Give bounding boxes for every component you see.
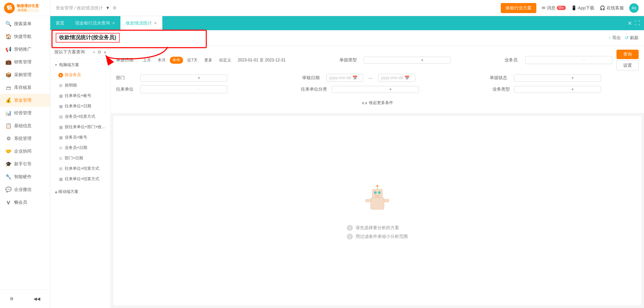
- sales-icon: 💼: [5, 59, 11, 65]
- collapse-panel-btn[interactable]: «: [104, 49, 106, 55]
- chevron-down-icon: ▼: [571, 88, 598, 91]
- scheme-settings-btn[interactable]: ⚙: [97, 49, 102, 55]
- breadcrumb: 资金管理 / 收款情况统计: [56, 5, 103, 11]
- doc-type-select[interactable]: ▼: [364, 57, 451, 64]
- mobile-section-title[interactable]: ▶ 移动端方案: [50, 187, 110, 197]
- scheme-item-partner-settle2[interactable]: ▦ 往来单位+结算方式: [50, 174, 110, 184]
- date-label: 单据日期: [116, 57, 136, 63]
- online-service-btn[interactable]: 🎧 在线客服: [600, 5, 624, 11]
- date-tab-more[interactable]: 更多: [202, 57, 215, 64]
- scheme-item-salesman-settle[interactable]: ▤ 业务员+结算方式: [50, 111, 110, 122]
- export-btn[interactable]: ↑ 导出: [609, 35, 621, 41]
- audit-date-start-input[interactable]: yyyy-mm-dd 📅: [326, 74, 363, 82]
- header-dropdown[interactable]: ▼: [106, 5, 110, 10]
- tab-close-icon[interactable]: ✕: [112, 21, 115, 25]
- sidebar-collapse-btn[interactable]: ◀◀: [28, 294, 46, 304]
- settings-icon: ⚙: [10, 296, 14, 301]
- sidebar-item-guide[interactable]: 🎓 新手引导: [0, 158, 50, 170]
- gear-icon[interactable]: ⚙: [113, 5, 117, 10]
- basic-info-icon: 📋: [5, 123, 11, 129]
- tab-close-all-btn[interactable]: ✕: [628, 20, 632, 27]
- partner-category-label: 往来单位分类: [301, 86, 328, 92]
- doc-status-select[interactable]: ▼: [514, 74, 601, 82]
- empty-illustration: [357, 179, 397, 219]
- empty-area: 1 请先选择要分析的方案 2 用过滤条件来缩小分析范围: [113, 116, 641, 305]
- message-btn[interactable]: ✉ 消息 99+: [542, 5, 566, 11]
- sidebar-item-quick-nav[interactable]: 🏠 快捷导航: [0, 30, 50, 43]
- add-scheme-btn[interactable]: +: [93, 49, 95, 55]
- tab-bank-flow[interactable]: 现金银行流水查询 ✕: [70, 16, 120, 30]
- sidebar-settings-btn[interactable]: ⚙: [4, 294, 19, 304]
- active-scheme-icon: ●: [58, 73, 63, 78]
- desktop-section-title[interactable]: ▼ 电脑端方案: [50, 60, 110, 70]
- sidebar-item-wechat[interactable]: 💬 企业微信: [0, 183, 50, 196]
- expand-arrow-icon: ▶: [54, 191, 58, 193]
- query-btn[interactable]: 查询: [616, 50, 639, 59]
- date-tab-7days[interactable]: 近7天: [184, 57, 200, 64]
- grid-icon: ⊞: [58, 166, 63, 171]
- biz-type-select[interactable]: ▼: [514, 86, 601, 93]
- filter-row-dept: 部门 ▼ 审核日期 yyyy-mm-dd 📅 —: [116, 74, 639, 82]
- tip-num-1: 1: [347, 225, 353, 231]
- audit-date-start-value: yyyy-mm-dd: [329, 75, 351, 80]
- partner-select[interactable]: ···: [140, 85, 227, 93]
- sidebar-item-purchase[interactable]: 📦 采购管理: [0, 68, 50, 81]
- dept-select[interactable]: ▼: [140, 74, 227, 82]
- user-avatar[interactable]: Rit: [629, 3, 639, 13]
- page-content: 收款情况统计(按业务员) ↑ 导出 ↺ 刷新 按以下方案查询 +: [50, 30, 644, 308]
- sidebar-item-marketing[interactable]: 📢 营销推广: [0, 43, 50, 56]
- sidebar-item-basic-info[interactable]: 📋 基础信息: [0, 119, 50, 132]
- scheme-item-by-detail[interactable]: ⊞ 按明细: [50, 80, 110, 91]
- date-tab-this-year[interactable]: 本年: [170, 57, 183, 64]
- app-download-label: App下载: [578, 5, 594, 11]
- tab-receipt-stats[interactable]: 收款情况统计 ✕: [120, 16, 162, 30]
- expand-arrow-icon: ▼: [54, 63, 58, 67]
- scheme-item-partner-settle1[interactable]: ⊞ 往来单位+结算方式: [50, 163, 110, 174]
- scheme-item-salesman-date[interactable]: ⊙ 业务员+日期: [50, 143, 110, 153]
- finance-icon: 💰: [5, 97, 11, 103]
- audit-date-end-input[interactable]: yyyy-mm-dd 📅: [378, 74, 415, 82]
- sidebar-item-search[interactable]: 🔍 搜索菜单: [0, 17, 50, 30]
- page-title: 收款情况统计(按业务员): [56, 33, 120, 43]
- collapse-btn[interactable]: ∧∧ 收起更多条件: [360, 98, 395, 108]
- scheme-item-label: 业务员+结算方式: [65, 114, 95, 119]
- scheme-item-partner-date[interactable]: ▦ 往来单位+日期: [50, 101, 110, 111]
- more-icon[interactable]: ···: [582, 58, 608, 62]
- date-range-start: 2023-01-01: [238, 58, 258, 62]
- app-download-btn[interactable]: 📱 App下载: [571, 5, 594, 11]
- scheme-item-salesman-account[interactable]: ▦ 业务员+账号: [50, 132, 110, 143]
- scheme-item-partner-dept[interactable]: ▦ 按往来单位+部门+收...: [50, 122, 110, 132]
- date-tab-last-month[interactable]: 上月: [140, 57, 154, 64]
- scheme-item-label: 业务员+日期: [65, 145, 87, 151]
- scheme-item-by-salesman[interactable]: ● 按业务员: [50, 70, 110, 80]
- left-panel-actions: + ⚙ «: [93, 49, 106, 55]
- header-actions: 体验行业方案 ✉ 消息 99+ 📱 App下载 🎧 在线客服 Rit: [501, 3, 639, 13]
- sidebar-item-member[interactable]: V 畅会员: [0, 196, 50, 209]
- salesman-select[interactable]: ···: [525, 56, 612, 64]
- trial-btn[interactable]: 体验行业方案: [501, 3, 536, 13]
- logo-name: 畅捷通好生意: [17, 3, 39, 8]
- settings-btn[interactable]: 设置: [616, 60, 639, 70]
- tab-close-icon[interactable]: ✕: [154, 21, 157, 25]
- refresh-btn[interactable]: ↺ 刷新: [625, 35, 639, 41]
- tip-text-2: 用过滤条件来缩小分析范围: [356, 234, 408, 240]
- sidebar-item-enterprise[interactable]: 🤝 企业协同: [0, 145, 50, 158]
- sidebar-item-sales[interactable]: 💼 销售管理: [0, 56, 50, 68]
- sidebar-item-system[interactable]: ⚙ 系统管理: [0, 132, 50, 145]
- sidebar-item-finance[interactable]: 💰 资金管理: [0, 94, 50, 107]
- sidebar-item-hardware[interactable]: 🔧 智能硬件: [0, 170, 50, 183]
- logo-badge: 标准版: [17, 8, 39, 13]
- date-tab-custom[interactable]: 自定义: [216, 57, 234, 64]
- sidebar-item-operations[interactable]: 📊 经营管理: [0, 107, 50, 119]
- marketing-icon: 📢: [5, 46, 11, 52]
- tab-expand-btn[interactable]: ⛶: [635, 20, 640, 26]
- partner-category-select[interactable]: ▼: [332, 86, 419, 93]
- empty-tips: 1 请先选择要分析的方案 2 用过滤条件来缩小分析范围: [347, 225, 408, 242]
- sidebar-item-inventory[interactable]: 🗃 库存核算: [0, 81, 50, 94]
- scheme-item-partner-account[interactable]: ▦ 往来单位+账号: [50, 91, 110, 101]
- tab-home[interactable]: 首页: [50, 16, 70, 30]
- date-tab-this-month[interactable]: 本月: [155, 57, 168, 64]
- logo-area: 畅 畅捷通好生意 标准版: [0, 0, 50, 16]
- more-icon[interactable]: ···: [197, 87, 223, 92]
- scheme-item-dept-date[interactable]: ⊙ 部门+日期: [50, 153, 110, 163]
